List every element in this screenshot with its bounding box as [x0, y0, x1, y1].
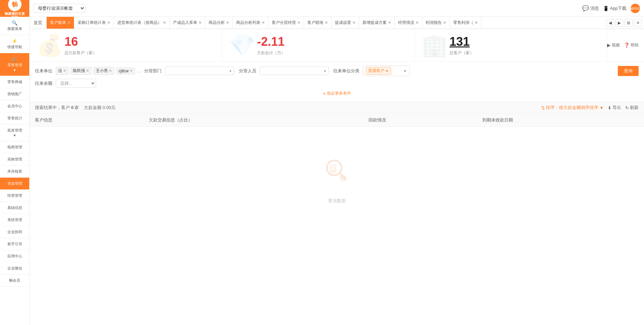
result-customer-count: 0: [71, 105, 74, 110]
app-download-button[interactable]: 📱 App下载: [603, 5, 627, 11]
tab-customer-layer[interactable]: 客户分层经营 ✕: [268, 17, 304, 29]
unit-class-select[interactable]: 普通客户 ✕ ▼: [363, 66, 410, 76]
sidebar-item-capital-mgmt[interactable]: 资金管理: [0, 178, 29, 190]
main-area: 母婴行业演示帐套 💬 消息 📱 App下载 demo2 首页 客户账本 ✕: [30, 0, 644, 325]
tab-next-button[interactable]: ▶: [615, 19, 623, 27]
result-bar-actions: ⇅ 排序：按欠款金额倒序排序 ▼ ⬇ 导出 ↻ 刷新: [541, 105, 639, 111]
sidebar-item-enterprise-wechat[interactable]: 企业微信: [0, 262, 29, 275]
tab-retail-profit[interactable]: 零售利润（ ✕: [450, 17, 481, 29]
tab-close-improve-settings[interactable]: ✕: [352, 21, 355, 25]
tab-home[interactable]: 首页: [30, 17, 47, 29]
sidebar-item-vip-member[interactable]: 畅会员: [0, 275, 29, 287]
sidebar-item-retail-mgmt[interactable]: 🛒 零售管理 ▼: [0, 53, 29, 76]
sidebar: 畅 畅捷通好生意 标版 🔍 搜索菜单 ⚡ 快捷导航 🛒 零售管理 ▼ 零售商城 …: [0, 0, 30, 325]
tab-close-customer-contact[interactable]: ✕: [325, 21, 328, 25]
dept-filter-label: 分管部门: [144, 68, 162, 74]
sidebar-item-marketing[interactable]: 营销推广: [0, 88, 29, 100]
refresh-button[interactable]: ↻ 刷新: [625, 105, 639, 111]
tab-purchase-order[interactable]: 采购订单统计表 ✕: [74, 17, 114, 29]
tab-improve-settings[interactable]: 提成设置 ✕: [332, 17, 359, 29]
help-link[interactable]: ❓ 帮助: [624, 42, 639, 48]
sidebar-item-retail-mall[interactable]: 零售商城: [0, 76, 29, 88]
sidebar-item-wholesale-mgmt[interactable]: 批发管理 ▼: [0, 124, 29, 141]
sidebar-item-quick-nav[interactable]: ⚡ 快捷导航: [0, 35, 29, 53]
video-link[interactable]: ▶ 视频: [607, 42, 620, 48]
sidebar-item-inventory-check[interactable]: 库存核算: [0, 166, 29, 178]
tab-product-analysis[interactable]: 商品分析 ✕: [205, 17, 233, 29]
person-input[interactable]: [260, 67, 329, 75]
col-repayment: 回款情况: [363, 114, 477, 127]
tab-product-analysis-list[interactable]: 商品分析列表 ✕: [233, 17, 268, 29]
result-bar: 搜索结果中，客户 0 家 欠款金额 0.00元 ⇅ 排序：按欠款金额倒序排序 ▼…: [30, 102, 644, 114]
sidebar-item-enterprise-coop[interactable]: 企业协同: [0, 226, 29, 238]
unit-tags-more[interactable]: ...: [137, 68, 141, 73]
sidebar-item-retail-stats[interactable]: 零售统计: [0, 112, 29, 124]
stat-total-customers-value: 131: [449, 34, 470, 49]
tab-product-inbound[interactable]: 产成品入库单 ✕: [170, 17, 205, 29]
topbar: 母婴行业演示帐套 💬 消息 📱 App下载 demo2: [30, 0, 644, 17]
sidebar-item-basic-info[interactable]: 基础信息: [0, 202, 29, 214]
unit-tag-close-1[interactable]: ✕: [86, 69, 89, 73]
tab-customer-contact[interactable]: 客户联络 ✕: [304, 17, 332, 29]
sidebar-item-new-guide[interactable]: 新手引导: [0, 238, 29, 250]
unit-tag-close-2[interactable]: ✕: [109, 69, 112, 73]
unit-filter-label: 往来单位: [35, 68, 52, 74]
tab-close-all-button[interactable]: ✕: [634, 19, 642, 27]
unit-class-chevron: ▼: [403, 69, 407, 73]
tab-close-product-analysis-list[interactable]: ✕: [262, 21, 265, 25]
tab-close-inbound-stats[interactable]: ✕: [163, 21, 166, 25]
col-debt-trade-info: 欠款交易信息（占比）: [143, 114, 363, 127]
collapse-filter-button[interactable]: ∧ 收起更多条件: [323, 91, 351, 96]
tab-inbound-stats[interactable]: 进货单统计表（按商品） ✕: [114, 17, 170, 29]
sidebar-item-operation-mgmt[interactable]: 经营管理: [0, 190, 29, 202]
sidebar-item-purchase-mgmt[interactable]: 采购管理: [0, 153, 29, 166]
sidebar-item-system-mgmt[interactable]: 系统管理: [0, 214, 29, 226]
stat-total-customers: 🏢 131 总客户（家）: [415, 29, 607, 61]
balance-select-wrap: 选择...: [56, 79, 96, 88]
tab-close-purchase-order[interactable]: ✕: [107, 21, 110, 25]
tab-close-customer-layer[interactable]: ✕: [297, 21, 300, 25]
tab-close-biz-situation[interactable]: ✕: [416, 21, 419, 25]
export-button[interactable]: ⬇ 导出: [608, 105, 621, 111]
sort-chevron-icon: ▼: [599, 105, 604, 110]
unit-tag-1: 陈民强 ✕: [71, 67, 91, 75]
tab-close-product-inbound[interactable]: ✕: [199, 21, 202, 25]
tab-close-customer-account[interactable]: ✕: [68, 21, 71, 25]
sort-button[interactable]: ⇅ 排序：按欠款金额倒序排序 ▼: [541, 105, 604, 111]
tab-close-product-analysis[interactable]: ✕: [226, 21, 229, 25]
unit-tag-close-0[interactable]: ✕: [63, 69, 66, 73]
tab-close-profit-report[interactable]: ✕: [443, 21, 446, 25]
account-select[interactable]: 母婴行业演示帐套: [34, 4, 85, 13]
result-debt-label: 欠款金额: [84, 105, 101, 110]
phone-icon: 📱: [603, 6, 609, 11]
user-avatar[interactable]: demo2: [631, 4, 640, 13]
page-content: 💰 16 总欠款客户（家） 💎 -2.11 欠款合计（万） 🏢 131 总客户（…: [30, 29, 644, 325]
unit-class-tag-close[interactable]: ✕: [385, 69, 389, 73]
data-table: 客户信息 欠款交易信息（占比） 回款情况 到期未收款日期: [30, 114, 644, 127]
sidebar-item-search-menu[interactable]: 🔍 搜索菜单: [0, 17, 29, 35]
sidebar-item-ecommerce-mgmt[interactable]: 电商管理: [0, 141, 29, 153]
chevron-up-icon: ∧: [323, 91, 326, 96]
tab-new-improve[interactable]: 新增提成方案 ✕: [359, 17, 395, 29]
tab-biz-situation[interactable]: 经营情况 ✕: [395, 17, 422, 29]
dept-input[interactable]: [165, 67, 234, 75]
tab-close-new-improve[interactable]: ✕: [388, 21, 391, 25]
tab-expand-button[interactable]: ⊞: [625, 19, 633, 27]
tab-profit-report[interactable]: 利润报告 ✕: [422, 17, 450, 29]
unit-tag-2: 王小亮 ✕: [93, 67, 114, 75]
balance-select[interactable]: 选择...: [56, 79, 96, 88]
balance-filter-label: 往来余额: [35, 80, 52, 86]
message-button[interactable]: 💬 消息: [582, 5, 599, 11]
tab-close-retail-profit[interactable]: ✕: [475, 21, 478, 25]
person-select-wrap: [260, 67, 329, 75]
stat-debt-customers-value: 16: [65, 34, 78, 49]
sidebar-item-member-center[interactable]: 会员中心: [0, 100, 29, 112]
video-help-area: ▶ 视频 ❓ 帮助: [607, 29, 644, 61]
sidebar-item-app-center[interactable]: 应用中心: [0, 250, 29, 262]
svg-point-6: [340, 175, 346, 181]
tab-customer-account[interactable]: 客户账本 ✕: [47, 17, 74, 29]
unit-class-selected-tag: 普通客户 ✕: [366, 67, 391, 75]
query-button[interactable]: 查询: [618, 66, 639, 76]
tab-prev-button[interactable]: ◀: [606, 19, 614, 27]
unit-tag-close-3[interactable]: ✕: [130, 69, 133, 73]
